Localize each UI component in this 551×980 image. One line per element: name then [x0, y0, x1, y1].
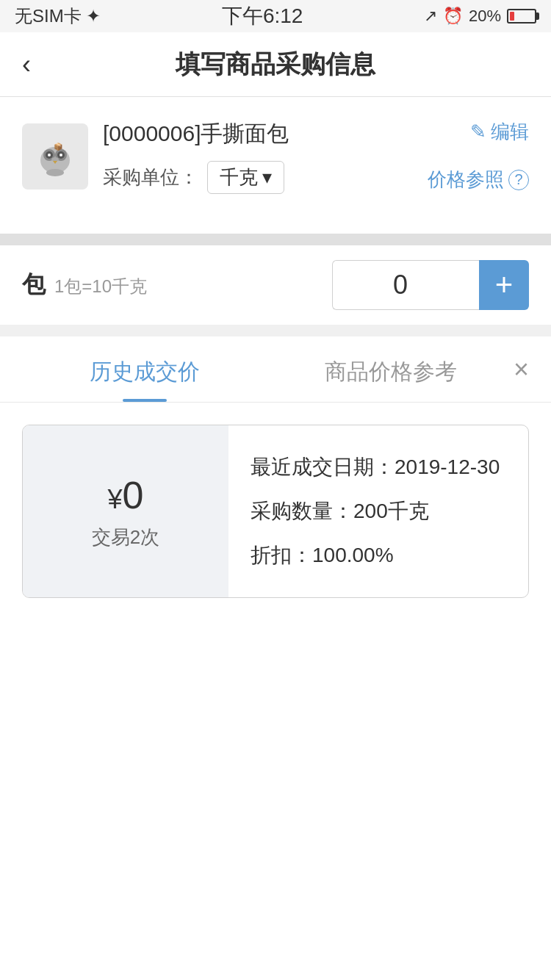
carrier-text: 无SIM卡 ✦: [15, 4, 101, 28]
product-name: [0000006]手撕面包: [103, 119, 289, 149]
status-time: 下午6:12: [222, 2, 303, 30]
currency-symbol: ¥: [108, 484, 123, 514]
quantity-plus-button[interactable]: +: [479, 260, 529, 310]
unit-label: 采购单位：: [103, 165, 198, 190]
page-title: 填写商品采购信息: [176, 48, 375, 82]
dropdown-arrow-icon: ▾: [262, 166, 272, 189]
quantity-input-row: +: [332, 260, 529, 310]
tab-history-price[interactable]: 历史成交价: [22, 336, 267, 402]
product-thumbnail: 📦: [22, 123, 88, 190]
quantity-section: 包 1包=10千克 +: [0, 245, 551, 325]
price-ref-help-icon: ?: [508, 170, 529, 190]
product-unit-row: 采购单位： 千克 ▾: [103, 161, 289, 194]
detail-discount: 折扣：100.00%: [251, 540, 506, 571]
location-icon: ↗: [424, 7, 437, 26]
svg-point-9: [46, 169, 64, 176]
svg-text:📦: 📦: [54, 142, 63, 151]
tabs-section: 历史成交价 商品价格参考 × ¥0 交易2次 最近成交日期：2019-12-30…: [0, 336, 551, 980]
battery-percent: 20%: [469, 7, 501, 26]
quantity-label: 包 1包=10千克: [22, 269, 147, 301]
tabs-close-button[interactable]: ×: [514, 339, 529, 400]
product-section: 📦 [0000006]手撕面包 采购单位： 千克 ▾ ✎ 编辑: [0, 97, 551, 234]
tab-content: ¥0 交易2次 最近成交日期：2019-12-30 采购数量：200千克 折扣：…: [0, 403, 551, 620]
price-ref-button[interactable]: 价格参照 ?: [428, 167, 529, 192]
card-trades: 交易2次: [92, 525, 159, 550]
product-name-row: [0000006]手撕面包 采购单位： 千克 ▾: [103, 119, 289, 194]
quantity-unit: 包: [22, 269, 46, 301]
card-price-summary: ¥0 交易2次: [23, 425, 228, 597]
svg-point-5: [48, 154, 51, 156]
alarm-icon: ⏰: [443, 7, 463, 26]
svg-point-6: [60, 154, 62, 156]
edit-icon: ✎: [470, 120, 486, 143]
price-value: 0: [123, 474, 144, 516]
quantity-input[interactable]: [332, 260, 479, 310]
bottom-area: [0, 620, 551, 980]
product-left: 📦 [0000006]手撕面包 采购单位： 千克 ▾: [22, 119, 289, 194]
section-divider: [0, 234, 551, 245]
transaction-card: ¥0 交易2次 最近成交日期：2019-12-30 采购数量：200千克 折扣：…: [22, 425, 529, 598]
card-details: 最近成交日期：2019-12-30 采购数量：200千克 折扣：100.00%: [228, 425, 528, 597]
unit-value: 千克: [220, 165, 258, 190]
edit-button[interactable]: ✎ 编辑: [470, 119, 529, 145]
product-header: 📦 [0000006]手撕面包 采购单位： 千克 ▾ ✎ 编辑: [22, 119, 529, 194]
back-button[interactable]: ‹: [22, 49, 31, 80]
quantity-conversion: 1包=10千克: [54, 275, 147, 298]
unit-dropdown[interactable]: 千克 ▾: [207, 161, 284, 194]
tabs-header: 历史成交价 商品价格参考 ×: [0, 336, 551, 403]
status-bar: 无SIM卡 ✦ 下午6:12 ↗ ⏰ 20%: [0, 0, 551, 32]
status-left: 无SIM卡 ✦: [15, 4, 101, 28]
nav-bar: ‹ 填写商品采购信息: [0, 32, 551, 97]
status-right: ↗ ⏰ 20%: [424, 7, 536, 26]
battery-icon: [507, 9, 536, 24]
detail-date: 最近成交日期：2019-12-30: [251, 452, 506, 483]
product-image-icon: 📦: [33, 134, 77, 179]
tab-price-reference[interactable]: 商品价格参考: [267, 336, 513, 402]
card-price: ¥0: [108, 473, 144, 517]
detail-quantity: 采购数量：200千克: [251, 496, 506, 527]
